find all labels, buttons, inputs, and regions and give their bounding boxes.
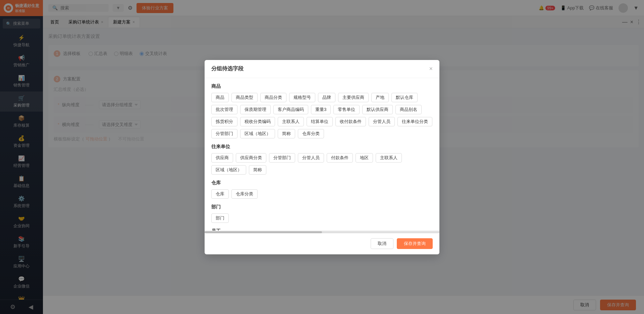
field-tag-supplier-cat[interactable]: 供应商分类 [236,153,266,163]
modal-body[interactable]: 商品 商品 商品类型 商品分类 规格型号 品牌 主要供应商 产地 默认仓库 批次… [205,78,439,231]
modal-title: 分组待选字段 [211,65,244,72]
field-selection-modal: 分组待选字段 × 商品 商品 商品类型 商品分类 规格型号 品牌 主要供应商 产… [205,60,439,254]
department-section-title: 部门 [211,204,433,210]
field-tag-brand[interactable]: 品牌 [318,93,335,102]
field-tag-warehouse[interactable]: 仓库 [211,189,229,199]
modal-confirm-button[interactable]: 保存并查询 [397,238,433,249]
field-tag-supplier[interactable]: 供应商 [211,153,233,163]
field-tag-weight3[interactable]: 重量3 [311,105,331,114]
field-tag-origin[interactable]: 产地 [371,93,389,102]
field-tag-short-name-partner[interactable]: 简称 [249,165,266,175]
employee-section-title: 员工 [211,228,433,231]
partner-field-tags: 供应商 供应商分类 分管部门 分管人员 付款条件 地区 主联系人 区域（地区） … [211,153,433,175]
field-tag-default-warehouse[interactable]: 默认仓库 [391,93,418,102]
modal-footer: 取消 保存并查询 [205,233,439,254]
department-field-tags: 部门 [211,213,433,223]
modal-cancel-button[interactable]: 取消 [371,238,393,249]
field-tag-pick-points[interactable]: 拣货积分 [211,117,237,126]
field-tag-batch-mgmt[interactable]: 批次管理 [211,105,237,114]
field-tag-dept[interactable]: 分管部门 [211,129,237,138]
field-tag-customer-goods-code[interactable]: 客户商品编码 [273,105,308,114]
modal-close-button[interactable]: × [429,66,433,72]
employee-section: 员工 业务员 [211,228,433,231]
field-tag-region-goods[interactable]: 区域（地区） [240,129,275,138]
field-tag-short-name-goods[interactable]: 简称 [278,129,295,138]
department-section: 部门 部门 [211,204,433,223]
field-tag-main-supplier[interactable]: 主要供应商 [338,93,369,102]
field-tag-retail-unit[interactable]: 零售单位 [333,105,360,114]
field-tag-warehouse-cat[interactable]: 仓库分类 [231,189,258,199]
field-tag-goods-category[interactable]: 商品分类 [260,93,286,102]
warehouse-section-title: 仓库 [211,180,433,186]
field-tag-goods-alias[interactable]: 商品别名 [395,105,422,114]
partner-section-title: 往来单位 [211,144,433,150]
field-tag-spec-model[interactable]: 规格型号 [289,93,315,102]
field-tag-manage-person[interactable]: 分管人员 [298,153,324,163]
field-tag-manage-dept[interactable]: 分管部门 [269,153,295,163]
field-tag-supervisor[interactable]: 分管人员 [369,117,395,126]
field-tag-area[interactable]: 地区 [356,153,373,163]
field-tag-goods[interactable]: 商品 [211,93,229,102]
modal-header: 分组待选字段 × [205,60,439,78]
goods-field-tags: 商品 商品类型 商品分类 规格型号 品牌 主要供应商 产地 默认仓库 批次管理 … [211,93,433,138]
field-tag-expiry-mgmt[interactable]: 保质期管理 [240,105,271,114]
partner-section: 往来单位 供应商 供应商分类 分管部门 分管人员 付款条件 地区 主联系人 区域… [211,144,433,175]
field-tag-main-contact2[interactable]: 主联系人 [376,153,402,163]
field-tag-settlement-unit[interactable]: 结算单位 [307,117,333,126]
field-tag-region-partner[interactable]: 区域（地区） [211,165,246,175]
warehouse-section: 仓库 仓库 仓库分类 [211,180,433,199]
field-tag-goods-type[interactable]: 商品类型 [231,93,258,102]
modal-hscroll[interactable] [205,231,439,233]
field-tag-payment-cond[interactable]: 付款条件 [327,153,353,163]
field-tag-warehouse-cat-goods[interactable]: 仓库分类 [298,129,324,138]
field-tag-department[interactable]: 部门 [211,213,229,223]
field-tag-payment-terms[interactable]: 收付款条件 [335,117,366,126]
field-tag-main-contact[interactable]: 主联系人 [278,117,304,126]
modal-overlay: 分组待选字段 × 商品 商品 商品类型 商品分类 规格型号 品牌 主要供应商 产… [0,0,644,314]
field-tag-partner-category[interactable]: 往来单位分类 [397,117,432,126]
goods-section: 商品 商品 商品类型 商品分类 规格型号 品牌 主要供应商 产地 默认仓库 批次… [211,83,433,138]
goods-section-title: 商品 [211,83,433,89]
warehouse-field-tags: 仓库 仓库分类 [211,189,433,199]
field-tag-tax-code[interactable]: 税收分类编码 [240,117,275,126]
field-tag-default-supplier[interactable]: 默认供应商 [362,105,393,114]
